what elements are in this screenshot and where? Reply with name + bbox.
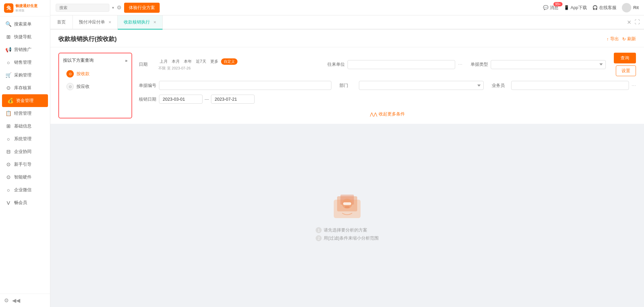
query-button[interactable]: 查询 [614,53,636,63]
tab-prepay-close-icon[interactable]: ✕ [108,20,111,24]
empty-tip-1: 1 请先选择要分析的方案 [316,227,378,233]
message-badge: 99+ [553,2,562,6]
sidebar-item-marketing[interactable]: 📢 营销推广 [0,43,50,56]
tab-bar: 首页 预付冲应付单 ✕ 收款核销执行 ✕ ✕ ⛶ [50,15,644,30]
staff-field-group: 业务员 ··· [492,81,636,90]
online-service-button[interactable]: 🎧 在线客服 [592,5,616,11]
date-opt-this-year[interactable]: 本年 [182,58,193,65]
date-no-limit-row: 不限 至 2023-07-26 [158,66,237,71]
user-avatar [622,3,631,12]
export-button[interactable]: ↑ 导出 [607,36,619,42]
sidebar-label: 智能硬件 [14,174,32,180]
sidebar-item-inventory[interactable]: ⊙ 库存核算 [0,82,50,94]
filter-option-by-receipt[interactable]: ⊙ 按收款 [63,67,127,80]
filter-panel: 按以下方案查询 » ⊙ 按收款 ⊙ 按应收 [58,53,132,118]
tab-receipt-writeoff-label: 收款核销执行 [124,19,150,25]
sidebar-label: 系统管理 [14,136,32,142]
sidebar-item-member[interactable]: V 畅会员 [0,196,50,209]
message-button[interactable]: 💬 消息 99+ [543,5,558,11]
setting-button[interactable]: 设置 [616,65,636,76]
wechat-icon: ○ [5,187,11,193]
collapse-sidebar-icon[interactable]: ◀◀ [12,297,20,304]
refresh-button[interactable]: ↻ 刷新 [622,36,636,42]
date-opt-more[interactable]: 更多 [209,58,220,65]
date-opt-7days[interactable]: 近7天 [195,58,208,65]
writeoff-date-range: 📅 — 📅 [159,95,255,104]
date-opt-custom[interactable]: 自定义 [221,58,237,65]
docno-input[interactable] [159,81,331,90]
sidebar-item-finance[interactable]: 💰 资金管理 [2,94,48,107]
system-icon: ○ [5,136,11,142]
app-download-button[interactable]: 📱 App下载 [564,5,587,11]
sidebar-label: 企业协同 [14,149,32,155]
hardware-icon: ⊙ [5,174,11,180]
sidebar-item-sales[interactable]: ○ 销售管理 [0,56,50,69]
sidebar-label: 畅会员 [14,200,27,206]
sidebar-item-system[interactable]: ○ 系统管理 [0,133,50,145]
user-name: Rit [633,5,639,10]
sidebar-item-guide[interactable]: ⊙ 新手引导 [0,158,50,171]
date-opt-last-month[interactable]: 上月 [158,58,169,65]
purchase-icon: 🛒 [5,72,11,78]
sidebar-item-enterprise[interactable]: ⊟ 企业协同 [0,145,50,158]
service-label: 在线客服 [599,5,616,11]
partner-more-icon[interactable]: ··· [458,61,462,67]
sidebar-item-basic-info[interactable]: ⊞ 基础信息 [0,120,50,133]
tab-prepay[interactable]: 预付冲应付单 ✕ [73,15,118,30]
partner-input[interactable] [347,60,455,69]
filter-panel-collapse-icon[interactable]: » [125,58,127,63]
collapse-more-label: 收起更多条件 [379,111,405,117]
sidebar-item-operations[interactable]: 📋 经营管理 [0,107,50,120]
writeoff-date-start-input[interactable] [159,95,203,104]
date-options-row: 上月 本月 本年 近7天 更多 自定义 [158,58,237,65]
header-search-input[interactable] [56,4,109,12]
user-profile[interactable]: Rit [622,3,639,12]
page-header: 收款核销执行(按收款) ↑ 导出 ↻ 刷新 [50,30,644,47]
sidebar-item-wechat[interactable]: ○ 企业微信 [0,184,50,196]
doctype-select[interactable] [491,60,606,69]
header-gear-icon[interactable]: ⚙ [117,4,121,11]
staff-more-icon[interactable]: ··· [632,83,636,89]
tip1-num: 1 [316,227,322,233]
app-label: App下载 [571,5,587,11]
writeoff-date-end-input[interactable] [211,95,255,104]
tab-receipt-close-icon[interactable]: ✕ [153,20,156,24]
top-header: ▾ ⚙ 体验行业方案 💬 消息 99+ 📱 App下载 🎧 在线客服 Rit [50,0,644,15]
service-icon: 🎧 [592,5,598,10]
dept-label: 部门 [339,83,356,89]
date-to-text: 至 2023-07-26 [167,66,191,71]
tab-close-all-icon[interactable]: ✕ [627,19,631,25]
svg-rect-4 [343,202,351,205]
filter-section: 按以下方案查询 » ⊙ 按收款 ⊙ 按应收 日期 [50,47,644,124]
filter-receipt-icon: ⊙ [66,70,74,78]
sidebar-item-search-menu[interactable]: 🔍 搜索菜单 [0,18,50,31]
date-opt-this-month[interactable]: 本月 [170,58,181,65]
sidebar-label: 基础信息 [14,123,32,129]
industry-button[interactable]: 体验行业方案 [124,3,160,13]
sidebar-item-purchase[interactable]: 🛒 采购管理 [0,69,50,82]
query-buttons: 查询 设置 [614,53,636,76]
docno-field-group: 单据编号 [139,81,331,90]
sidebar-label: 搜索菜单 [14,21,32,27]
sidebar-item-hardware[interactable]: ⊙ 智能硬件 [0,171,50,184]
finance-icon: 💰 [7,98,13,104]
sidebar-logo: 兔 畅捷通好生意 标准版 [0,0,50,16]
settings-icon[interactable]: ⚙ [4,297,9,304]
query-row-3: 核销日期 📅 — 📅 [139,95,636,104]
collapse-more-btn[interactable]: ⋀⋀ 收起更多条件 [139,108,636,118]
staff-input[interactable] [511,81,629,90]
dept-field-group: 部门 [339,81,484,90]
filter-option-by-receivable[interactable]: ⊙ 按应收 [63,80,127,93]
quick-nav-icon: ⊞ [5,34,11,40]
sidebar-label: 经营管理 [14,110,32,116]
tab-receipt-writeoff[interactable]: 收款核销执行 ✕ [118,15,163,30]
tab-expand-icon[interactable]: ⛶ [635,19,640,25]
sidebar-item-quick-nav[interactable]: ⊞ 快捷导航 [0,31,50,43]
export-icon: ↑ [607,37,609,42]
sidebar-navigation: 🔍 搜索菜单 ⊞ 快捷导航 📢 营销推广 ○ 销售管理 🛒 采购管理 ⊙ 库存核… [0,16,50,294]
tab-home[interactable]: 首页 [50,15,73,30]
sidebar-label: 企业微信 [14,187,32,193]
header-left: ▾ ⚙ 体验行业方案 [56,3,539,13]
header-dropdown-icon[interactable]: ▾ [112,5,114,10]
dept-select[interactable] [359,81,484,90]
